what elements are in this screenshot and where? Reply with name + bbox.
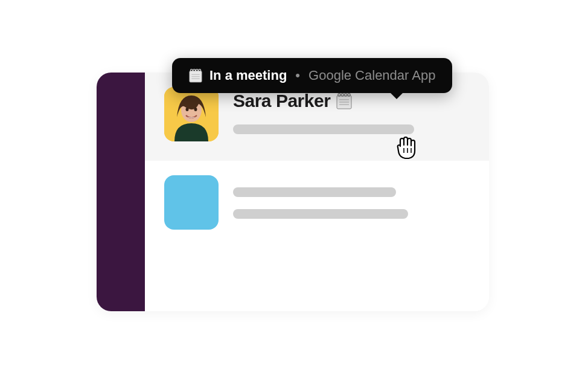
svg-point-8 xyxy=(348,94,350,96)
message-header: Sara Parker xyxy=(233,91,470,111)
svg-point-15 xyxy=(196,69,198,72)
app-window: Sara Parker xyxy=(97,73,489,311)
status-emoji-button[interactable] xyxy=(336,92,352,109)
tooltip-source-text: Google Calendar App xyxy=(308,68,435,83)
tooltip-arrow xyxy=(389,92,404,99)
avatar-photo-placeholder xyxy=(164,87,219,141)
message-text-placeholder xyxy=(233,187,396,197)
status-tooltip: In a meeting • Google Calendar App xyxy=(172,58,452,93)
message-text-placeholder xyxy=(233,124,414,134)
avatar[interactable] xyxy=(164,87,219,141)
message-text-placeholder xyxy=(233,209,408,219)
message-row[interactable] xyxy=(145,161,489,245)
sidebar xyxy=(97,73,145,311)
svg-point-5 xyxy=(338,94,340,96)
message-content xyxy=(233,175,470,231)
svg-point-7 xyxy=(345,94,347,96)
message-list: Sara Parker xyxy=(145,73,489,311)
tooltip-separator: • xyxy=(295,68,300,83)
svg-point-13 xyxy=(190,69,193,72)
avatar[interactable] xyxy=(164,175,219,230)
message-content: Sara Parker xyxy=(233,87,470,146)
user-name[interactable]: Sara Parker xyxy=(233,91,330,111)
svg-point-16 xyxy=(199,69,201,72)
tooltip-status-text: In a meeting xyxy=(209,68,287,83)
svg-point-2 xyxy=(186,108,189,111)
svg-point-3 xyxy=(194,108,197,111)
svg-point-14 xyxy=(193,69,196,72)
svg-point-6 xyxy=(341,94,344,96)
spiral-notepad-icon xyxy=(189,68,202,83)
spiral-notepad-icon xyxy=(336,92,352,109)
